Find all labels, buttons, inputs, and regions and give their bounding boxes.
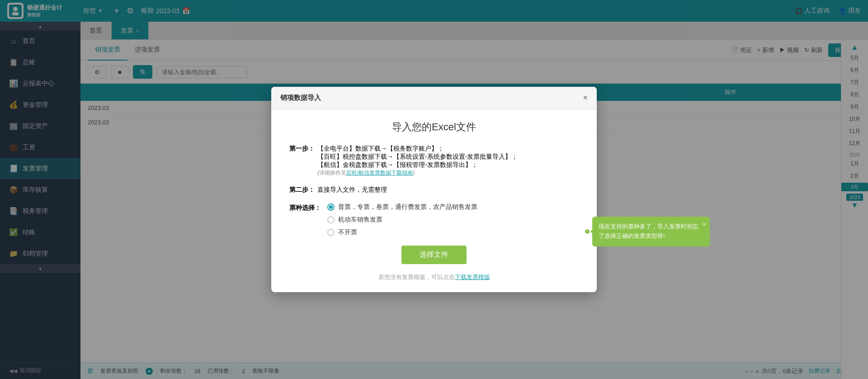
import-modal: 销项数据导入 × 导入您的Excel文件 第一步： 【全电平台】数据下载→【税务… — [271, 87, 597, 292]
select-file-button[interactable]: 选择文件 — [401, 246, 467, 264]
radio-motor-label: 机动车销售发票 — [338, 216, 382, 224]
radio-none-label: 不开票 — [338, 228, 357, 237]
download-template-link[interactable]: 下载发票模版 — [455, 274, 490, 280]
modal-footer: 若您没有发票模版，可以点击下载发票模版 — [289, 273, 579, 281]
step1-section: 第一步： 【全电平台】数据下载→【税务数字账户】； 【百旺】税控盘数据下载→【系… — [289, 145, 579, 177]
radio-normal[interactable]: 普票，专票，卷票，通行费发票，农产品销售发票 — [327, 203, 477, 211]
ticket-selection: 票种选择： 普票，专票，卷票，通行费发票，农产品销售发票 机动车销售发票 — [289, 203, 579, 237]
tooltip-box: × 现在支持的票种多了，导入发票时别忘了选择正确的发票类型呀! — [592, 217, 710, 246]
radio-none-circle — [327, 229, 335, 236]
step1-line-2: 【百旺】税控盘数据下载→【系统设置-系统参数设置-发票批量导入】； — [317, 153, 518, 161]
modal-header: 销项数据导入 × — [271, 87, 597, 109]
step1-line-3: 【航信】金税盘数据下载→【报税管理-发票数据导出】； — [317, 161, 518, 169]
radio-motor-circle — [327, 216, 335, 223]
tooltip-text: 现在支持的票种多了，导入发票时别忘了选择正确的发票类型呀! — [599, 223, 698, 239]
step1-download-link[interactable]: 百旺/航信发票数据下载指南 — [346, 170, 413, 176]
step2-content: 直接导入文件，无需整理 — [317, 186, 387, 194]
step1-content: 【全电平台】数据下载→【税务数字账户】； 【百旺】税控盘数据下载→【系统设置-系… — [317, 145, 518, 177]
ticket-label: 票种选择： — [289, 204, 321, 212]
footer-prefix: 若您没有发票模版，可以点击 — [378, 274, 455, 280]
step1-link-suffix: ) — [413, 170, 415, 176]
modal-overlay: 销项数据导入 × 导入您的Excel文件 第一步： 【全电平台】数据下载→【税务… — [0, 0, 868, 379]
step1-link-line: (详细操作见百旺/航信发票数据下载指南) — [317, 169, 518, 177]
modal-title: 销项数据导入 — [280, 94, 321, 102]
modal-close-button[interactable]: × — [583, 93, 588, 103]
modal-body: 导入您的Excel文件 第一步： 【全电平台】数据下载→【税务数字账户】； 【百… — [271, 109, 597, 292]
radio-none[interactable]: 不开票 — [327, 228, 477, 237]
step1-link-prefix: (详细操作见 — [317, 170, 346, 176]
tooltip-close-button[interactable]: × — [703, 219, 706, 229]
modal-main-title: 导入您的Excel文件 — [289, 120, 579, 134]
radio-normal-circle — [327, 204, 335, 211]
step1-line-1: 【全电平台】数据下载→【税务数字账户】； — [317, 145, 518, 153]
radio-group: 普票，专票，卷票，通行费发票，农产品销售发票 机动车销售发票 不开票 — [327, 203, 477, 237]
step2-section: 第二步： 直接导入文件，无需整理 — [289, 186, 579, 194]
step2-label: 第二步： — [289, 186, 315, 194]
radio-motor[interactable]: 机动车销售发票 — [327, 216, 477, 224]
step1-label: 第一步： — [289, 145, 315, 153]
radio-normal-label: 普票，专票，卷票，通行费发票，农产品销售发票 — [338, 203, 477, 211]
tooltip-dot — [585, 229, 590, 234]
